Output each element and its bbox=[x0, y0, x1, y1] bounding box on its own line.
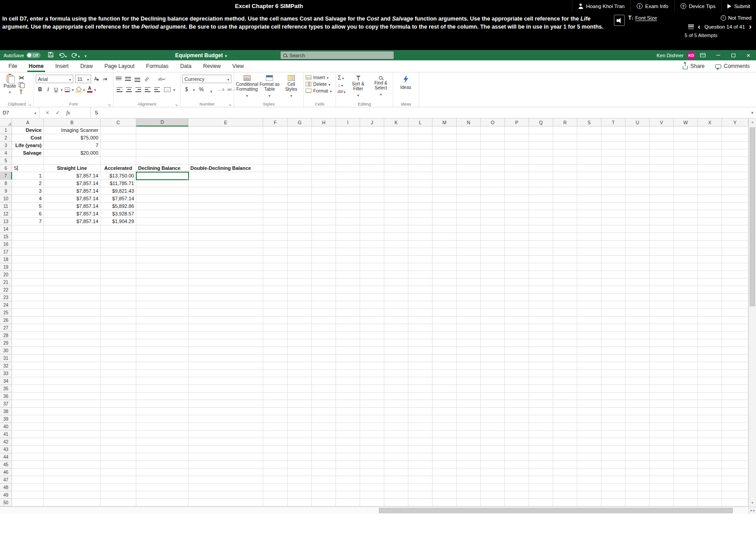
cell-I37[interactable] bbox=[336, 400, 360, 408]
cell-K7[interactable] bbox=[384, 172, 408, 180]
row-header-46[interactable]: 46 bbox=[0, 468, 12, 476]
cell-F35[interactable] bbox=[263, 385, 288, 392]
row-header-20[interactable]: 20 bbox=[0, 271, 12, 278]
cell-V45[interactable] bbox=[650, 461, 674, 468]
cell-A48[interactable] bbox=[12, 484, 44, 491]
cell-I17[interactable] bbox=[336, 248, 360, 256]
cell-U18[interactable] bbox=[626, 256, 650, 263]
cell-J47[interactable] bbox=[360, 476, 384, 484]
cell-C41[interactable] bbox=[101, 430, 136, 438]
cell-A50[interactable] bbox=[12, 499, 44, 506]
cell-F46[interactable] bbox=[263, 468, 288, 476]
cell-Q40[interactable] bbox=[529, 423, 553, 430]
cell-Y12[interactable] bbox=[722, 210, 748, 218]
cell-T8[interactable] bbox=[601, 180, 626, 187]
cell-S8[interactable] bbox=[577, 180, 601, 187]
cell-V2[interactable] bbox=[650, 134, 674, 142]
cut-button[interactable] bbox=[19, 76, 24, 80]
cell-H5[interactable] bbox=[312, 157, 336, 165]
cell-F48[interactable] bbox=[263, 484, 288, 491]
cell-P12[interactable] bbox=[505, 210, 529, 218]
cell-L7[interactable] bbox=[408, 172, 433, 180]
cell-Y11[interactable] bbox=[722, 202, 748, 210]
cell-Y23[interactable] bbox=[722, 294, 748, 301]
cell-B39[interactable] bbox=[44, 415, 101, 423]
tab-review[interactable]: Review bbox=[197, 60, 226, 72]
cell-R3[interactable] bbox=[553, 142, 577, 149]
cell-V38[interactable] bbox=[650, 408, 674, 415]
cell-G5[interactable] bbox=[288, 157, 312, 165]
cell-B33[interactable] bbox=[44, 370, 101, 377]
cell-Y31[interactable] bbox=[722, 354, 748, 362]
cell-M10[interactable] bbox=[433, 195, 457, 202]
cell-K20[interactable] bbox=[384, 271, 408, 278]
cell-B10[interactable]: $7,857.14 bbox=[44, 195, 101, 202]
cell-M26[interactable] bbox=[433, 316, 457, 324]
cell-I9[interactable] bbox=[336, 187, 360, 195]
cell-W37[interactable] bbox=[674, 400, 698, 408]
cell-R27[interactable] bbox=[553, 324, 577, 332]
cell-X21[interactable] bbox=[698, 278, 722, 286]
cell-P41[interactable] bbox=[505, 430, 529, 438]
cell-K45[interactable] bbox=[384, 461, 408, 468]
cell-F36[interactable] bbox=[263, 392, 288, 400]
cell-B15[interactable] bbox=[44, 233, 101, 240]
cell-D36[interactable] bbox=[136, 392, 189, 400]
cell-Y8[interactable] bbox=[722, 180, 748, 187]
sort-filter-button[interactable]: Sort & Filter bbox=[348, 74, 368, 97]
cell-X2[interactable] bbox=[698, 134, 722, 142]
cell-M11[interactable] bbox=[433, 202, 457, 210]
cell-P27[interactable] bbox=[505, 324, 529, 332]
cell-A2[interactable]: Cost bbox=[12, 134, 44, 142]
cell-D38[interactable] bbox=[136, 408, 189, 415]
cell-D13[interactable] bbox=[136, 218, 189, 225]
cell-C47[interactable] bbox=[101, 476, 136, 484]
cell-R49[interactable] bbox=[553, 491, 577, 499]
cell-B40[interactable] bbox=[44, 423, 101, 430]
cell-X34[interactable] bbox=[698, 377, 722, 385]
cell-V48[interactable] bbox=[650, 484, 674, 491]
cell-A41[interactable] bbox=[12, 430, 44, 438]
cell-I5[interactable] bbox=[336, 157, 360, 165]
cell-A16[interactable] bbox=[12, 240, 44, 248]
cell-K15[interactable] bbox=[384, 233, 408, 240]
cell-P35[interactable] bbox=[505, 385, 529, 392]
cell-B46[interactable] bbox=[44, 468, 101, 476]
cell-W17[interactable] bbox=[674, 248, 698, 256]
cell-S3[interactable] bbox=[577, 142, 601, 149]
cell-Y3[interactable] bbox=[722, 142, 748, 149]
cell-L20[interactable] bbox=[408, 271, 433, 278]
column-header-D[interactable]: D bbox=[136, 118, 189, 127]
cell-F18[interactable] bbox=[263, 256, 288, 263]
column-header-H[interactable]: H bbox=[312, 118, 336, 127]
cell-E27[interactable] bbox=[189, 324, 263, 332]
cell-H36[interactable] bbox=[312, 392, 336, 400]
cell-B49[interactable] bbox=[44, 491, 101, 499]
cell-H24[interactable] bbox=[312, 301, 336, 309]
cell-I2[interactable] bbox=[336, 134, 360, 142]
cell-X39[interactable] bbox=[698, 415, 722, 423]
cell-D30[interactable] bbox=[136, 347, 189, 354]
cell-W34[interactable] bbox=[674, 377, 698, 385]
cell-A32[interactable] bbox=[12, 362, 44, 370]
row-header-3[interactable]: 3 bbox=[0, 142, 12, 149]
cell-K39[interactable] bbox=[384, 415, 408, 423]
cell-V28[interactable] bbox=[650, 332, 674, 339]
cell-E23[interactable] bbox=[189, 294, 263, 301]
cell-B5[interactable] bbox=[44, 157, 101, 165]
cell-I41[interactable] bbox=[336, 430, 360, 438]
cell-P5[interactable] bbox=[505, 157, 529, 165]
cell-Q24[interactable] bbox=[529, 301, 553, 309]
cell-J3[interactable] bbox=[360, 142, 384, 149]
cell-V18[interactable] bbox=[650, 256, 674, 263]
cell-I12[interactable] bbox=[336, 210, 360, 218]
cell-P47[interactable] bbox=[505, 476, 529, 484]
cell-S14[interactable] bbox=[577, 225, 601, 233]
cell-T9[interactable] bbox=[601, 187, 626, 195]
cell-H6[interactable] bbox=[312, 165, 336, 172]
cell-E12[interactable] bbox=[189, 210, 263, 218]
cell-D34[interactable] bbox=[136, 377, 189, 385]
read-aloud-button[interactable] bbox=[614, 15, 625, 26]
cell-T50[interactable] bbox=[601, 499, 626, 506]
cell-Q9[interactable] bbox=[529, 187, 553, 195]
